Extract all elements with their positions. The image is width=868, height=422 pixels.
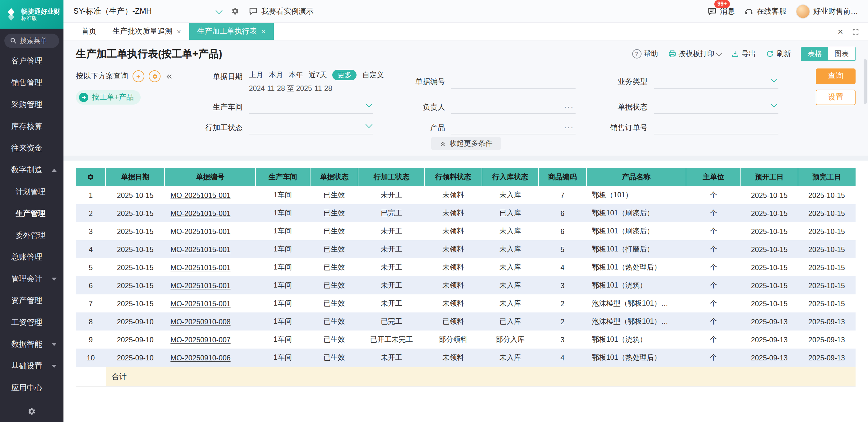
doc-no-link[interactable]: MO-20251015-001: [165, 222, 255, 240]
sidebar-item-assets[interactable]: 资产管理: [0, 290, 63, 312]
column-header[interactable]: 单据状态: [310, 168, 359, 186]
biz-type-select[interactable]: [654, 74, 778, 89]
doc-no-link[interactable]: MO-20251015-001: [165, 204, 255, 222]
close-icon[interactable]: ×: [177, 27, 181, 36]
export-button[interactable]: 导出: [731, 49, 756, 59]
refresh-button[interactable]: 刷新: [766, 49, 791, 59]
vertical-scrollbar[interactable]: [864, 59, 867, 104]
column-header[interactable]: 单据日期: [105, 168, 165, 186]
quick-date-option[interactable]: 自定义: [363, 70, 384, 80]
date-range-value[interactable]: 2024-11-28 至 2025-11-28: [249, 84, 332, 93]
cell: 1车间: [255, 222, 310, 240]
user-menu[interactable]: 好业财售前…: [796, 4, 858, 18]
sidebar-item-payroll[interactable]: 工资管理: [0, 312, 63, 334]
view-chart-toggle[interactable]: 图表: [828, 47, 855, 60]
fullscreen-icon[interactable]: [852, 28, 859, 35]
tab-home[interactable]: 首页: [73, 23, 104, 40]
owner-lookup[interactable]: ···: [452, 99, 576, 114]
column-header[interactable]: 预完工日: [798, 168, 856, 186]
column-header[interactable]: 预开工日: [741, 168, 798, 186]
table-row[interactable]: 102025-09-10MO-20250910-0061车间已生效未开工未领料未…: [76, 349, 856, 367]
table-row[interactable]: 72025-10-15MO-20251015-0011车间已生效未开工未领料未入…: [76, 294, 856, 312]
collapse-panel-icon[interactable]: [165, 72, 173, 80]
table-row[interactable]: 12025-10-15MO-20251015-0011车间已生效未开工未领料未入…: [76, 186, 856, 204]
ellipsis-icon[interactable]: ···: [564, 122, 576, 132]
column-header[interactable]: 产品名称: [586, 168, 686, 186]
settings-button[interactable]: 设置: [816, 90, 856, 105]
doc-no-link[interactable]: MO-20251015-001: [165, 258, 255, 276]
column-header[interactable]: 商品编码: [538, 168, 586, 186]
product-lookup[interactable]: ···: [452, 120, 576, 134]
table-row[interactable]: 32025-10-15MO-20251015-0011车间已生效未开工未领料未入…: [76, 222, 856, 240]
sales-order-input[interactable]: [654, 120, 778, 134]
scheme-settings-button[interactable]: [149, 70, 160, 82]
column-header[interactable]: 主单位: [686, 168, 741, 186]
table-row[interactable]: 52025-10-15MO-20251015-0011车间已生效未开工未领料未入…: [76, 258, 856, 276]
sidebar-item-plan[interactable]: 计划管理: [0, 181, 63, 203]
sidebar-item-base-settings[interactable]: 基础设置: [0, 355, 63, 377]
column-header[interactable]: 行入库状态: [482, 168, 538, 186]
tab-execution-report[interactable]: 生产加工单执行表 ×: [189, 23, 274, 40]
chevron-down-icon: [366, 121, 373, 128]
messages-button[interactable]: 99+ 消息: [708, 6, 735, 17]
support-button[interactable]: 在线客服: [744, 6, 786, 17]
sidebar-item-mgmt-accounting[interactable]: 管理会计: [0, 268, 63, 290]
sidebar-item-ledger[interactable]: 总账管理: [0, 246, 63, 268]
ellipsis-icon[interactable]: ···: [564, 102, 576, 111]
doc-status-select[interactable]: [654, 99, 778, 114]
quick-date-option[interactable]: 近7天: [309, 70, 327, 80]
sidebar-item-customer[interactable]: 客户管理: [0, 51, 63, 72]
table-row[interactable]: 22025-10-15MO-20251015-0011车间已生效已完工未领料已入…: [76, 204, 856, 222]
cell: 未领料: [425, 294, 482, 312]
quick-date-option[interactable]: 本年: [289, 70, 303, 80]
sidebar-item-outsourcing[interactable]: 委外管理: [0, 225, 63, 246]
collapse-more-button[interactable]: 收起更多条件: [431, 137, 501, 150]
doc-no-link[interactable]: MO-20251015-001: [165, 186, 255, 204]
menu-search-input[interactable]: 搜索菜单: [4, 34, 59, 48]
doc-no-input[interactable]: [452, 74, 576, 89]
doc-no-link[interactable]: MO-20250910-006: [165, 349, 255, 367]
add-scheme-button[interactable]: +: [132, 70, 144, 82]
search-button[interactable]: 查询: [816, 68, 856, 84]
column-header[interactable]: 生产车间: [255, 168, 310, 186]
column-header[interactable]: 行加工状态: [359, 168, 425, 186]
sidebar-item-funds[interactable]: 往来资金: [0, 138, 63, 159]
cell: 未入库: [482, 258, 538, 276]
close-icon[interactable]: ×: [261, 27, 266, 36]
sidebar-item-manufacturing[interactable]: 数字制造: [0, 159, 63, 181]
doc-no-link[interactable]: MO-20251015-001: [165, 294, 255, 312]
quick-date-option[interactable]: 本月: [269, 70, 283, 80]
tab-quality-trace[interactable]: 生产批次质量追溯 ×: [104, 23, 189, 40]
sidebar-item-production[interactable]: 生产管理: [0, 203, 63, 225]
doc-no-link[interactable]: MO-20250910-007: [165, 331, 255, 349]
sidebar-item-purchase[interactable]: 采购管理: [0, 94, 63, 116]
print-by-template-button[interactable]: 按模板打印: [668, 49, 721, 59]
sidebar-item-inventory[interactable]: 库存核算: [0, 116, 63, 138]
sidebar-item-app-center[interactable]: 应用中心: [0, 377, 63, 399]
table-row[interactable]: 92025-09-10MO-20250910-0071车间已生效已开工未完工部分…: [76, 331, 856, 349]
quick-date-option[interactable]: 更多: [333, 70, 357, 80]
sidebar-item-data-intel[interactable]: 数据智能: [0, 334, 63, 355]
sidebar-item-sales[interactable]: 销售管理: [0, 72, 63, 94]
help-button[interactable]: ? 帮助: [632, 49, 658, 59]
doc-no-link[interactable]: MO-20251015-001: [165, 240, 255, 258]
column-header[interactable]: 行领料状态: [425, 168, 482, 186]
quick-date-option[interactable]: 上月: [249, 70, 263, 80]
line-process-select[interactable]: [249, 120, 373, 134]
account-select[interactable]: SY-标准（生产）-ZMH: [73, 6, 221, 17]
table-column-settings[interactable]: [76, 168, 105, 186]
workshop-select[interactable]: [249, 99, 373, 114]
topbar-settings-button[interactable]: [231, 7, 240, 16]
table-row[interactable]: 62025-10-15MO-20251015-0011车间已生效未开工未领料未入…: [76, 276, 856, 294]
close-icon[interactable]: ×: [838, 27, 843, 36]
scheme-tag[interactable]: 按工单+产品: [76, 90, 141, 104]
view-table-toggle[interactable]: 表格: [801, 47, 828, 60]
column-header[interactable]: 单据编号: [165, 168, 255, 186]
demo-link[interactable]: 我要看实例演示: [249, 6, 314, 17]
doc-no-link[interactable]: MO-20250910-008: [165, 312, 255, 331]
doc-no-link[interactable]: MO-20251015-001: [165, 276, 255, 294]
cell: 未入库: [482, 222, 538, 240]
table-row[interactable]: 82025-09-10MO-20250910-0081车间已生效已完工已领料已入…: [76, 312, 856, 331]
table-row[interactable]: 42025-10-15MO-20251015-0011车间已生效未开工未领料未入…: [76, 240, 856, 258]
sidebar-settings-button[interactable]: [0, 401, 63, 422]
